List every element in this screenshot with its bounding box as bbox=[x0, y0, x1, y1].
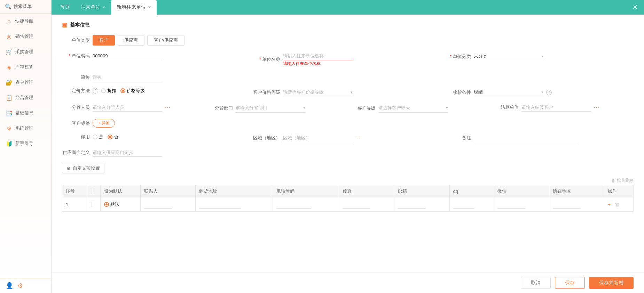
tab-partner-list-label: 往来单位 bbox=[81, 4, 100, 10]
tabbar-close-all[interactable]: ✕ bbox=[629, 3, 641, 11]
payment-terms-select[interactable]: 现结 ▾ bbox=[474, 88, 543, 97]
settlement-input[interactable] bbox=[521, 103, 591, 112]
row-region-input[interactable] bbox=[553, 200, 581, 209]
col-email: 邮箱 bbox=[394, 185, 449, 197]
sidebar-item-purchase[interactable]: 🛒 采购管理 bbox=[0, 44, 51, 59]
dept-chevron-icon: ▾ bbox=[303, 106, 305, 110]
disabled-no-option[interactable]: 否 bbox=[108, 134, 118, 140]
sidebar-item-quick-nav[interactable]: ⌂ 快捷导航 bbox=[0, 14, 51, 29]
col-phone: 电话号码 bbox=[273, 185, 339, 197]
manager-more-icon[interactable]: ··· bbox=[165, 104, 171, 111]
section-title: 基本信息 bbox=[70, 22, 89, 28]
pricing-discount-option[interactable]: 折扣 bbox=[101, 88, 116, 94]
contact-table: 序号 设为默认 联系人 到货地址 电话号码 传真 邮箱 qq 微信 所在地区 操… bbox=[62, 185, 634, 212]
dept-placeholder: 请输入分管部门 bbox=[236, 103, 303, 112]
sidebar-item-newbie[interactable]: 🔰 新手引导 bbox=[0, 136, 51, 151]
customer-price-chevron-icon: ▾ bbox=[351, 90, 353, 95]
pricing-label: 定价方法 bbox=[62, 88, 90, 94]
col-fax: 传真 bbox=[339, 185, 394, 197]
row-phone-input[interactable] bbox=[276, 200, 311, 209]
sidebar-item-inventory[interactable]: ◈ 库存核算 bbox=[0, 59, 51, 75]
sidebar-item-basic[interactable]: 📑 基础信息 bbox=[0, 105, 51, 121]
tab-partner-list-close[interactable]: ✕ bbox=[102, 5, 105, 10]
tab-new-partner-close[interactable]: ✕ bbox=[148, 5, 151, 10]
settings-icon[interactable]: ⚙ bbox=[17, 282, 23, 290]
sidebar-item-finance[interactable]: 🔐 资金管理 bbox=[0, 75, 51, 90]
manager-label: 分管人员 bbox=[62, 104, 90, 111]
manager-input[interactable] bbox=[93, 103, 162, 112]
disabled-yes-option[interactable]: 是 bbox=[93, 134, 103, 140]
main-area: 首页 往来单位 ✕ 新增往来单位 ✕ ✕ ▣ 基本信息 单位类型 客户 供应商 … bbox=[52, 0, 644, 293]
remark-input[interactable] bbox=[474, 134, 578, 142]
tag-row: 客户标签 + 标签 bbox=[62, 119, 634, 128]
unit-name-label: 单位名称 bbox=[252, 56, 280, 63]
settlement-more-icon[interactable]: ··· bbox=[594, 104, 599, 111]
region-input[interactable] bbox=[283, 134, 353, 142]
tab-new-partner[interactable]: 新增往来单位 ✕ bbox=[111, 0, 157, 15]
type-btn-both[interactable]: 客户/供应商 bbox=[147, 35, 184, 46]
cancel-button[interactable]: 取消 bbox=[521, 277, 551, 289]
row-wechat-input[interactable] bbox=[497, 200, 525, 209]
user-icon[interactable]: 👤 bbox=[6, 282, 13, 290]
sidebar-item-system[interactable]: ⚙ 系统管理 bbox=[0, 121, 51, 136]
table-row: 1 默认 bbox=[62, 197, 634, 212]
pricing-discount-radio[interactable] bbox=[101, 88, 106, 93]
batch-delete-area[interactable]: 🗑 批量删除 bbox=[62, 178, 634, 184]
row-contact-input[interactable] bbox=[144, 200, 172, 209]
unit-category-select[interactable]: 未分类 ▾ bbox=[474, 52, 543, 61]
row-checkbox[interactable] bbox=[92, 202, 92, 207]
default-radio-icon[interactable] bbox=[104, 202, 109, 207]
short-name-input[interactable] bbox=[93, 73, 162, 81]
col-check bbox=[88, 185, 100, 197]
customer-price-placeholder: 请选择客户价格等级 bbox=[283, 88, 351, 97]
sidebar-item-label: 经营管理 bbox=[15, 95, 33, 101]
sidebar-item-label: 资金管理 bbox=[15, 79, 33, 86]
custom-settings-button[interactable]: ⚙ 自定义项设置 bbox=[62, 163, 104, 173]
save-new-button[interactable]: 保存并新增 bbox=[589, 277, 634, 289]
tab-partner-list[interactable]: 往来单位 ✕ bbox=[75, 0, 111, 15]
disabled-yes-label: 是 bbox=[99, 134, 103, 140]
region-more-icon[interactable]: ··· bbox=[355, 135, 361, 141]
tabbar: 首页 往来单位 ✕ 新增往来单位 ✕ ✕ bbox=[52, 0, 644, 15]
disabled-no-radio[interactable] bbox=[108, 135, 112, 139]
add-tag-button[interactable]: + 标签 bbox=[93, 119, 115, 128]
unit-type-group: 客户 供应商 客户/供应商 bbox=[93, 35, 184, 46]
region-label: 区域（地区） bbox=[252, 135, 280, 141]
row-email-input[interactable] bbox=[398, 200, 426, 209]
supplier-custom-row: 供应商自定义 bbox=[62, 148, 634, 157]
pricing-level-option[interactable]: 价格等级 bbox=[120, 88, 145, 94]
disabled-field: 停用 是 否 bbox=[62, 134, 252, 140]
save-button[interactable]: 保存 bbox=[555, 277, 585, 289]
type-btn-customer[interactable]: 客户 bbox=[93, 35, 115, 46]
remark-field: 备注 bbox=[443, 134, 634, 142]
payment-help-icon[interactable]: ? bbox=[546, 90, 552, 95]
type-btn-supplier[interactable]: 供应商 bbox=[118, 35, 144, 46]
supplier-custom-input[interactable] bbox=[93, 148, 162, 157]
dept-select[interactable]: 请输入分管部门 ▾ bbox=[236, 103, 305, 113]
pricing-help-icon[interactable]: ? bbox=[93, 88, 98, 93]
select-all-checkbox[interactable] bbox=[92, 188, 92, 194]
disabled-yes-radio[interactable] bbox=[93, 135, 97, 139]
tab-home[interactable]: 首页 bbox=[54, 0, 75, 15]
payment-terms-label: 收款条件 bbox=[443, 89, 471, 96]
unit-name-input[interactable] bbox=[283, 52, 353, 60]
manager-row: 分管人员 ··· 分管部门 请输入分管部门 ▾ 客户等级 请选择客户等级 ▾ 结… bbox=[62, 103, 634, 113]
pricing-level-radio[interactable] bbox=[120, 88, 125, 93]
delete-row-button[interactable]: 🗑 bbox=[615, 202, 619, 207]
sidebar-search[interactable]: 🔍 搜索菜单 bbox=[0, 0, 51, 14]
row-qq-input[interactable] bbox=[453, 200, 474, 209]
sidebar-item-operation[interactable]: 📋 经营管理 bbox=[0, 90, 51, 105]
row-fax-input[interactable] bbox=[343, 200, 370, 209]
unit-code-input[interactable] bbox=[93, 52, 162, 60]
sidebar-item-sales[interactable]: ◎ 销售管理 bbox=[0, 29, 51, 44]
add-row-button[interactable]: + bbox=[608, 202, 611, 207]
col-qq: qq bbox=[449, 185, 494, 197]
supplier-custom-field: 供应商自定义 bbox=[62, 148, 634, 157]
dept-label: 分管部门 bbox=[205, 105, 233, 111]
customer-price-select[interactable]: 请选择客户价格等级 ▾ bbox=[283, 88, 353, 97]
row-address-input[interactable] bbox=[199, 200, 241, 209]
customer-level-chevron-icon: ▾ bbox=[446, 106, 448, 110]
customer-level-select[interactable]: 请选择客户等级 ▾ bbox=[378, 103, 448, 113]
pricing-level-label: 价格等级 bbox=[127, 88, 145, 94]
row-default-radio[interactable]: 默认 bbox=[104, 201, 137, 207]
